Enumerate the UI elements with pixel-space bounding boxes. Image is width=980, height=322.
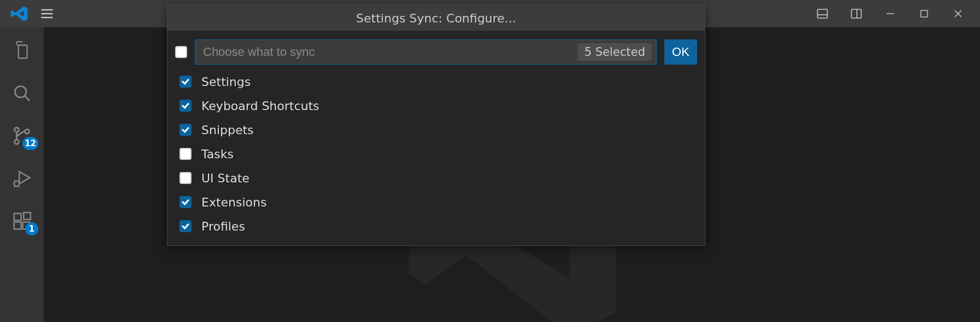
extensions-badge: 1 (25, 222, 38, 235)
select-all-checkbox[interactable] (175, 46, 187, 58)
option-label: UI State (201, 171, 250, 185)
svg-line-21 (19, 180, 20, 181)
option-checkbox[interactable] (179, 148, 192, 160)
sync-option-item[interactable]: Extensions (179, 193, 697, 211)
minimize-window-icon[interactable] (875, 0, 906, 27)
svg-point-15 (25, 129, 30, 134)
explorer-icon[interactable] (9, 37, 35, 64)
ok-button[interactable]: OK (664, 39, 697, 65)
quick-input-title: Settings Sync: Configure... (167, 5, 705, 31)
quick-input-wrap: 5 Selected (195, 39, 657, 65)
svg-point-17 (14, 181, 20, 187)
sync-option-item[interactable]: Profiles (179, 217, 697, 235)
extensions-icon[interactable]: 1 (9, 208, 35, 234)
svg-point-11 (15, 86, 26, 97)
svg-line-22 (14, 186, 15, 187)
svg-line-23 (19, 186, 20, 187)
svg-marker-16 (19, 171, 30, 183)
svg-line-20 (14, 180, 15, 181)
option-label: Tasks (201, 147, 234, 161)
svg-point-14 (15, 140, 19, 144)
option-label: Profiles (201, 220, 245, 233)
search-icon[interactable] (9, 80, 35, 106)
option-checkbox[interactable] (179, 124, 192, 136)
option-label: Keyboard Shortcuts (201, 99, 320, 113)
quick-input-list: SettingsKeyboard ShortcutsSnippetsTasksU… (175, 72, 697, 235)
svg-point-13 (15, 128, 19, 132)
option-checkbox[interactable] (179, 172, 192, 184)
close-window-icon[interactable] (943, 0, 973, 27)
svg-rect-25 (14, 222, 21, 229)
svg-rect-8 (921, 10, 927, 17)
source-control-icon[interactable]: 12 (9, 123, 35, 149)
svg-rect-3 (817, 9, 827, 18)
quick-input-panel: Settings Sync: Configure... 5 Selected O… (167, 4, 705, 246)
activity-bar: 12 1 (0, 27, 44, 322)
svg-rect-24 (14, 214, 21, 221)
run-debug-icon[interactable] (9, 165, 35, 192)
svg-rect-5 (851, 9, 861, 18)
svg-rect-27 (24, 212, 31, 220)
sidebar-layout-icon[interactable] (841, 0, 872, 27)
sync-option-item[interactable]: UI State (179, 169, 697, 187)
option-checkbox[interactable] (179, 100, 192, 112)
selected-count-badge: 5 Selected (578, 43, 652, 61)
vscode-logo-icon (10, 4, 28, 23)
option-label: Snippets (201, 123, 254, 137)
scm-badge: 12 (22, 137, 38, 150)
option-checkbox[interactable] (179, 76, 192, 88)
sync-option-item[interactable]: Settings (179, 72, 697, 91)
option-label: Extensions (201, 196, 266, 209)
quick-input-field[interactable] (203, 45, 578, 59)
option-checkbox[interactable] (179, 196, 192, 208)
sync-option-item[interactable]: Tasks (179, 145, 697, 163)
maximize-window-icon[interactable] (909, 0, 940, 27)
option-checkbox[interactable] (179, 220, 192, 232)
sync-option-item[interactable]: Snippets (179, 120, 697, 139)
menu-icon[interactable] (39, 6, 55, 21)
panel-layout-icon[interactable] (807, 0, 838, 27)
svg-line-12 (25, 96, 30, 101)
option-label: Settings (201, 75, 251, 89)
sync-option-item[interactable]: Keyboard Shortcuts (179, 96, 697, 115)
